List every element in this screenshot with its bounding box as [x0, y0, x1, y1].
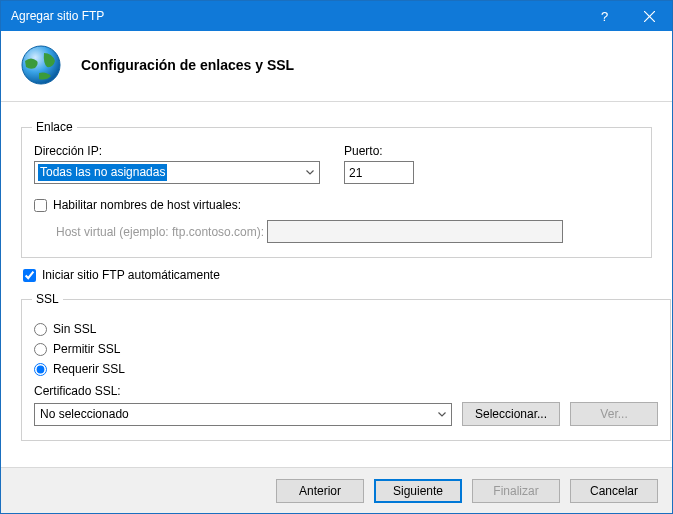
ip-combo[interactable]: Todas las no asignadas — [34, 161, 320, 184]
enlace-legend: Enlace — [32, 120, 77, 134]
cancel-button[interactable]: Cancelar — [570, 479, 658, 503]
cert-label: Certificado SSL: — [34, 384, 658, 398]
help-button[interactable]: ? — [582, 1, 627, 31]
ssl-none-radio[interactable] — [34, 323, 47, 336]
ssl-none-label: Sin SSL — [53, 322, 96, 336]
titlebar: Agregar sitio FTP ? — [1, 1, 672, 31]
next-button[interactable]: Siguiente — [374, 479, 462, 503]
autostart-checkbox[interactable] — [23, 269, 36, 282]
port-input[interactable] — [344, 161, 414, 184]
chevron-down-icon — [433, 404, 451, 425]
port-label: Puerto: — [344, 144, 414, 158]
ssl-require-radio[interactable] — [34, 363, 47, 376]
ip-value: Todas las no asignadas — [38, 164, 167, 181]
prev-button[interactable]: Anterior — [276, 479, 364, 503]
cert-value: No seleccionado — [38, 406, 131, 423]
close-icon — [644, 11, 655, 22]
wizard-header: Configuración de enlaces y SSL — [1, 31, 672, 102]
ssl-group: SSL Sin SSL Permitir SSL Requerir SSL Ce… — [21, 292, 671, 441]
ip-label: Dirección IP: — [34, 144, 320, 158]
wizard-footer: Anterior Siguiente Finalizar Cancelar — [1, 467, 672, 513]
ssl-allow-radio[interactable] — [34, 343, 47, 356]
cert-view-button: Ver... — [570, 402, 658, 426]
autostart-label: Iniciar sitio FTP automáticamente — [42, 268, 220, 282]
ssl-legend: SSL — [32, 292, 63, 306]
cert-combo[interactable]: No seleccionado — [34, 403, 452, 426]
vhost-field-label: Host virtual (ejemplo: ftp.contoso.com): — [56, 225, 264, 239]
page-title: Configuración de enlaces y SSL — [81, 57, 294, 73]
globe-icon — [19, 43, 63, 87]
ssl-allow-label: Permitir SSL — [53, 342, 120, 356]
vhost-checkbox-label: Habilitar nombres de host virtuales: — [53, 198, 241, 212]
enlace-group: Enlace Dirección IP: Todas las no asigna… — [21, 120, 652, 258]
vhost-input — [267, 220, 563, 243]
close-button[interactable] — [627, 1, 672, 31]
finish-button: Finalizar — [472, 479, 560, 503]
vhost-checkbox[interactable] — [34, 199, 47, 212]
cert-select-button[interactable]: Seleccionar... — [462, 402, 560, 426]
ssl-require-label: Requerir SSL — [53, 362, 125, 376]
wizard-body: Enlace Dirección IP: Todas las no asigna… — [1, 102, 672, 441]
window-title: Agregar sitio FTP — [11, 9, 582, 23]
chevron-down-icon — [301, 162, 319, 183]
